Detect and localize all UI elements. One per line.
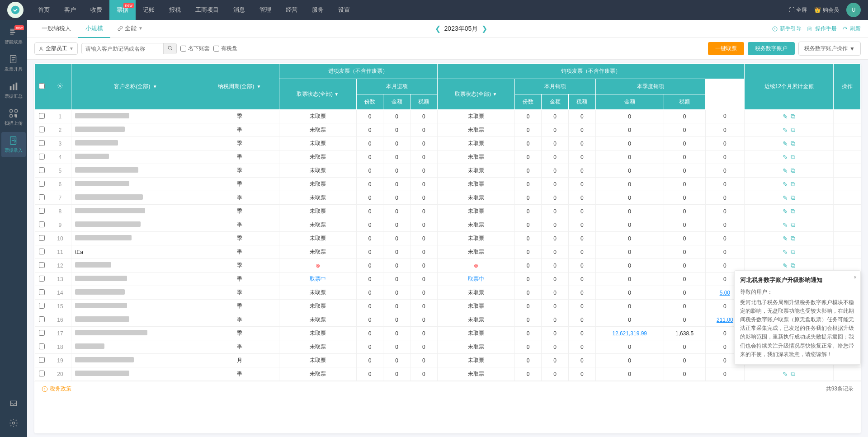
tax-digital-account-button[interactable]: 税务数字账户 bbox=[748, 42, 795, 55]
refresh-button[interactable]: 刷新 bbox=[842, 25, 861, 33]
edit-button[interactable]: ✎ bbox=[783, 371, 788, 378]
row-checkbox[interactable] bbox=[39, 262, 45, 268]
message-icon bbox=[9, 399, 19, 409]
prev-date-button[interactable]: ❮ bbox=[435, 24, 441, 33]
nav-settings[interactable]: 设置 bbox=[331, 0, 357, 20]
cumulative-value[interactable]: 211.00 bbox=[717, 317, 733, 323]
row-checkbox[interactable] bbox=[39, 113, 45, 119]
row-num: 3 bbox=[49, 137, 71, 150]
row-checkbox[interactable] bbox=[39, 330, 45, 336]
nav-business[interactable]: 工商项目 bbox=[188, 0, 226, 20]
nav-operation[interactable]: 经营 bbox=[278, 0, 305, 20]
tab-small-scale[interactable]: 小规模 bbox=[78, 20, 110, 38]
member-button[interactable]: 👑 购会员 bbox=[814, 6, 839, 14]
edit-button[interactable]: ✎ bbox=[783, 167, 788, 174]
row-checkbox-cell bbox=[35, 178, 49, 191]
sidebar-item-invoice-open[interactable]: 发票开具 bbox=[1, 51, 26, 76]
tax-policy-link[interactable]: 税务政策 bbox=[42, 385, 71, 393]
row-checkbox[interactable] bbox=[39, 181, 45, 187]
copy-button[interactable]: ⧉ bbox=[791, 113, 795, 120]
edit-button[interactable]: ✎ bbox=[783, 127, 788, 134]
next-date-button[interactable]: ❯ bbox=[481, 24, 487, 33]
user-avatar[interactable]: U bbox=[846, 3, 861, 17]
nav-manage[interactable]: 管理 bbox=[252, 0, 278, 20]
in-status: 取票中 bbox=[279, 273, 356, 286]
row-checkbox[interactable] bbox=[39, 357, 45, 363]
sidebar-item-scan-upload[interactable]: 扫描上传 bbox=[1, 105, 26, 130]
column-settings-icon[interactable] bbox=[57, 83, 63, 89]
copy-button[interactable]: ⧉ bbox=[791, 207, 795, 215]
nav-message[interactable]: 消息 bbox=[226, 0, 252, 20]
edit-button[interactable]: ✎ bbox=[783, 235, 788, 242]
copy-button[interactable]: ⧉ bbox=[791, 194, 795, 202]
row-checkbox[interactable] bbox=[39, 127, 45, 132]
tax-disk-checkbox-label[interactable]: 有税盘 bbox=[213, 45, 237, 52]
edit-button[interactable]: ✎ bbox=[783, 249, 788, 256]
sidebar-message[interactable] bbox=[1, 395, 26, 413]
copy-button[interactable]: ⧉ bbox=[791, 370, 795, 378]
nav-customer[interactable]: 客户 bbox=[57, 0, 83, 20]
row-checkbox[interactable] bbox=[39, 140, 45, 146]
row-checkbox[interactable] bbox=[39, 276, 45, 282]
nav-accounting[interactable]: 记账 bbox=[136, 0, 162, 20]
row-checkbox[interactable] bbox=[39, 249, 45, 254]
row-checkbox[interactable] bbox=[39, 194, 45, 200]
employee-selector[interactable]: 全部员工 ▼ bbox=[34, 42, 78, 55]
copy-button[interactable]: ⧉ bbox=[791, 167, 795, 174]
one-click-fetch-button[interactable]: 一键取票 bbox=[708, 42, 744, 55]
tax-digital-operations-button[interactable]: 税务数字账户操作 ▼ bbox=[798, 42, 861, 56]
row-checkbox[interactable] bbox=[39, 167, 45, 173]
sidebar-item-invoice-summary[interactable]: 票据汇总 bbox=[1, 78, 26, 103]
edit-button[interactable]: ✎ bbox=[783, 154, 788, 161]
guide-button[interactable]: 新手引导 bbox=[772, 25, 802, 33]
row-checkbox[interactable] bbox=[39, 235, 45, 241]
row-checkbox[interactable] bbox=[39, 371, 45, 376]
employee-icon bbox=[38, 46, 44, 52]
copy-button[interactable]: ⧉ bbox=[791, 140, 795, 147]
copy-button[interactable]: ⧉ bbox=[791, 248, 795, 256]
copy-button[interactable]: ⧉ bbox=[791, 221, 795, 229]
copy-button[interactable]: ⧉ bbox=[791, 180, 795, 188]
row-checkbox[interactable] bbox=[39, 343, 45, 349]
edit-button[interactable]: ✎ bbox=[783, 208, 788, 215]
edit-button[interactable]: ✎ bbox=[783, 262, 788, 269]
edit-button[interactable]: ✎ bbox=[783, 181, 788, 188]
edit-button[interactable]: ✎ bbox=[783, 113, 788, 120]
search-input[interactable] bbox=[82, 44, 163, 54]
sub-account-checkbox-label[interactable]: 名下账套 bbox=[180, 45, 210, 52]
search-button[interactable] bbox=[163, 43, 176, 54]
tab-all-capable[interactable]: 全能 ▼ bbox=[110, 20, 150, 38]
tab-general-taxpayer[interactable]: 一般纳税人 bbox=[34, 20, 78, 38]
nav-tax[interactable]: 报税 bbox=[162, 0, 188, 20]
row-checkbox[interactable] bbox=[39, 316, 45, 322]
nav-billing[interactable]: 收费 bbox=[83, 0, 109, 20]
select-all-checkbox[interactable] bbox=[39, 83, 45, 89]
fullscreen-button[interactable]: ⛶ 全屏 bbox=[789, 6, 807, 14]
copy-button[interactable]: ⧉ bbox=[791, 262, 795, 269]
season-amount[interactable]: 12,621,319.99 bbox=[612, 330, 647, 337]
copy-button[interactable]: ⧉ bbox=[791, 126, 795, 134]
nav-home[interactable]: 首页 bbox=[31, 0, 57, 20]
row-checkbox[interactable] bbox=[39, 303, 45, 309]
cumulative-value[interactable]: 5.00 bbox=[720, 290, 730, 296]
nav-invoice[interactable]: 票据 new bbox=[109, 0, 136, 20]
row-checkbox[interactable] bbox=[39, 289, 45, 295]
edit-button[interactable]: ✎ bbox=[783, 194, 788, 202]
row-checkbox[interactable] bbox=[39, 221, 45, 227]
nav-service[interactable]: 服务 bbox=[305, 0, 331, 20]
notification-close-button[interactable]: × bbox=[854, 274, 857, 281]
sidebar-settings[interactable] bbox=[1, 414, 26, 432]
copy-button[interactable]: ⧉ bbox=[791, 235, 795, 242]
sub-account-checkbox[interactable] bbox=[180, 46, 186, 52]
sidebar-item-smart-receipt[interactable]: 智能取票 new bbox=[1, 23, 26, 49]
tax-disk-checkbox[interactable] bbox=[213, 46, 219, 52]
edit-button[interactable]: ✎ bbox=[783, 221, 788, 229]
row-checkbox[interactable] bbox=[39, 208, 45, 214]
copy-button[interactable]: ⧉ bbox=[791, 153, 795, 161]
edit-button[interactable]: ✎ bbox=[783, 140, 788, 147]
sidebar-item-invoice-entry[interactable]: 票据录入 bbox=[1, 132, 26, 157]
in-status: 未取票 bbox=[279, 164, 356, 178]
manual-button[interactable]: 操作手册 bbox=[807, 25, 836, 33]
row-checkbox[interactable] bbox=[39, 154, 45, 160]
season-amount: 0 bbox=[628, 235, 631, 242]
